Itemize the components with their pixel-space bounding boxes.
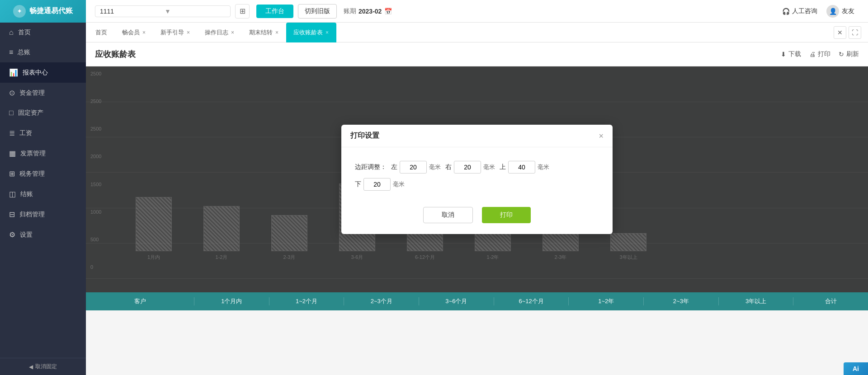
tab-home[interactable]: 首页 <box>88 23 115 42</box>
top-margin-group: 上 毫米 <box>500 161 549 173</box>
th-23m: 2~3个月 <box>344 297 419 305</box>
tab-oplog-close[interactable]: × <box>231 29 234 36</box>
ai-label: Ai <box>853 365 859 372</box>
tab-guide[interactable]: 新手引导 × <box>153 23 198 42</box>
sidebar-scroll: ⌂ 首页 ≡ 总账 📊 报表中心 ⊙ 资金管理 □ 固定资产 ≣ 工资 <box>0 23 86 358</box>
dropdown-arrow-icon: ▼ <box>165 8 226 15</box>
left-margin-input[interactable] <box>400 161 427 173</box>
refresh-label: 刷新 <box>846 50 859 58</box>
sidebar-item-funds[interactable]: ⊙ 资金管理 <box>0 83 86 103</box>
salary-icon: ≣ <box>9 129 15 137</box>
checkout-icon: ◫ <box>9 190 16 198</box>
logo-icon: ✦ <box>13 5 26 18</box>
sidebar-label-tax: 税务管理 <box>19 170 45 178</box>
dialog-close-button[interactable]: × <box>599 132 604 140</box>
tab-guide-close[interactable]: × <box>187 29 190 36</box>
cancel-button[interactable]: 取消 <box>423 207 473 223</box>
sidebar-label-checkout: 结账 <box>20 190 33 198</box>
top-margin-input[interactable] <box>508 161 535 173</box>
calendar-icon[interactable]: 📅 <box>384 8 392 15</box>
sidebar-label-archive: 归档管理 <box>19 211 45 219</box>
th-total: 合计 <box>793 297 868 305</box>
sidebar-label-settings: 设置 <box>20 231 33 239</box>
sidebar: ⌂ 首页 ≡ 总账 📊 报表中心 ⊙ 资金管理 □ 固定资产 ≣ 工资 <box>0 23 86 375</box>
tab-period-end-close[interactable]: × <box>275 29 278 36</box>
workbench-button[interactable]: 工作台 <box>256 5 293 18</box>
sidebar-collapse-button[interactable]: ◀ 取消固定 <box>0 358 86 375</box>
sidebar-item-invoice[interactable]: ▦ 发票管理 <box>0 143 86 164</box>
margin-adjust-label: 边距调整： <box>355 163 387 171</box>
tab-period-end-label: 期末结转 <box>249 28 273 37</box>
funds-icon: ⊙ <box>9 89 15 97</box>
sidebar-item-archive[interactable]: ⊟ 归档管理 <box>0 204 86 225</box>
tab-home-label: 首页 <box>95 28 107 37</box>
sidebar-item-assets[interactable]: □ 固定资产 <box>0 103 86 123</box>
sidebar-item-ledger[interactable]: ≡ 总账 <box>0 42 86 62</box>
print-button[interactable]: 🖨 打印 <box>809 50 830 58</box>
right-margin-input[interactable] <box>454 161 481 173</box>
copy-button[interactable]: ⊞ <box>235 4 250 19</box>
sidebar-item-settings[interactable]: ⚙ 设置 <box>0 225 86 245</box>
archive-icon: ⊟ <box>9 210 15 219</box>
tab-ar-aging-label: 应收账龄表 <box>293 28 323 37</box>
tab-member[interactable]: 畅会员 × <box>115 23 153 42</box>
headset-icon: 🎧 <box>782 8 790 15</box>
support-button[interactable]: 🎧 人工咨询 <box>782 7 817 15</box>
tab-ar-aging[interactable]: 应收账龄表 × <box>286 23 336 42</box>
user-icon: 👤 <box>829 8 837 15</box>
logo-text: 畅捷通易代账 <box>29 6 73 16</box>
right-unit: 毫米 <box>483 163 495 171</box>
print-confirm-button[interactable]: 打印 <box>482 207 531 223</box>
user-menu[interactable]: 👤 友友 <box>826 5 854 18</box>
settings-icon: ⚙ <box>9 230 15 239</box>
tab-ar-aging-close[interactable]: × <box>326 29 329 36</box>
sidebar-label-invoice: 发票管理 <box>20 150 46 158</box>
sidebar-label-assets: 固定资产 <box>18 109 43 117</box>
top-label: 上 <box>500 163 506 171</box>
left-label: 左 <box>391 163 397 171</box>
tab-member-label: 畅会员 <box>122 28 140 37</box>
sidebar-label-home: 首页 <box>18 28 31 37</box>
logo: ✦ 畅捷通易代账 <box>0 0 86 23</box>
print-dialog: 打印设置 × 边距调整： 左 毫米 <box>341 125 613 234</box>
sidebar-item-checkout[interactable]: ◫ 结账 <box>0 184 86 204</box>
sidebar-item-reports[interactable]: 📊 报表中心 <box>0 62 86 83</box>
left-unit: 毫米 <box>429 163 441 171</box>
th-36m: 3~6个月 <box>419 297 494 305</box>
invoice-icon: ▦ <box>9 149 16 158</box>
tab-period-end[interactable]: 期末结转 × <box>242 23 286 42</box>
dialog-footer: 取消 打印 <box>341 200 613 234</box>
sidebar-item-home[interactable]: ⌂ 首页 <box>0 23 86 42</box>
sidebar-label-reports: 报表中心 <box>23 69 48 77</box>
close-tab-button[interactable]: ✕ <box>834 26 846 39</box>
period-area: 账期 2023-02 📅 <box>344 7 392 15</box>
switch-version-button[interactable]: 切到旧版 <box>298 4 337 19</box>
tabs-bar: 首页 畅会员 × 新手引导 × 操作日志 × 期末结转 × 应收账龄表 × <box>86 23 868 42</box>
th-customer: 客户 <box>86 297 194 305</box>
top-unit: 毫米 <box>538 163 549 171</box>
tabs-actions: ✕ ⛶ <box>834 26 866 39</box>
company-selector[interactable]: 1111 ▼ <box>95 5 231 17</box>
refresh-button[interactable]: ↻ 刷新 <box>839 50 859 58</box>
tab-member-close[interactable]: × <box>142 29 146 36</box>
ai-badge[interactable]: Ai <box>844 362 868 375</box>
margin-row: 边距调整： 左 毫米 右 毫米 <box>355 161 599 191</box>
download-button[interactable]: ⬇ 下载 <box>781 50 801 58</box>
bottom-margin-group: 下 毫米 <box>355 178 405 191</box>
tab-oplog[interactable]: 操作日志 × <box>198 23 242 42</box>
reports-icon: 📊 <box>9 68 18 77</box>
th-12m: 1~2个月 <box>269 297 344 305</box>
sidebar-item-salary[interactable]: ≣ 工资 <box>0 123 86 143</box>
ledger-icon: ≡ <box>9 48 13 56</box>
sidebar-label-funds: 资金管理 <box>19 89 45 97</box>
period-label: 账期 <box>344 7 356 15</box>
th-1m: 1个月内 <box>194 297 269 305</box>
sidebar-item-tax[interactable]: ⊞ 税务管理 <box>0 164 86 184</box>
tab-oplog-label: 操作日志 <box>205 28 228 37</box>
th-12y: 1~2年 <box>569 297 644 305</box>
assets-icon: □ <box>9 109 14 117</box>
dialog-header: 打印设置 × <box>341 125 613 147</box>
maximize-button[interactable]: ⛶ <box>849 26 861 39</box>
sidebar-label-salary: 工资 <box>19 129 32 137</box>
bottom-margin-input[interactable] <box>363 178 391 191</box>
